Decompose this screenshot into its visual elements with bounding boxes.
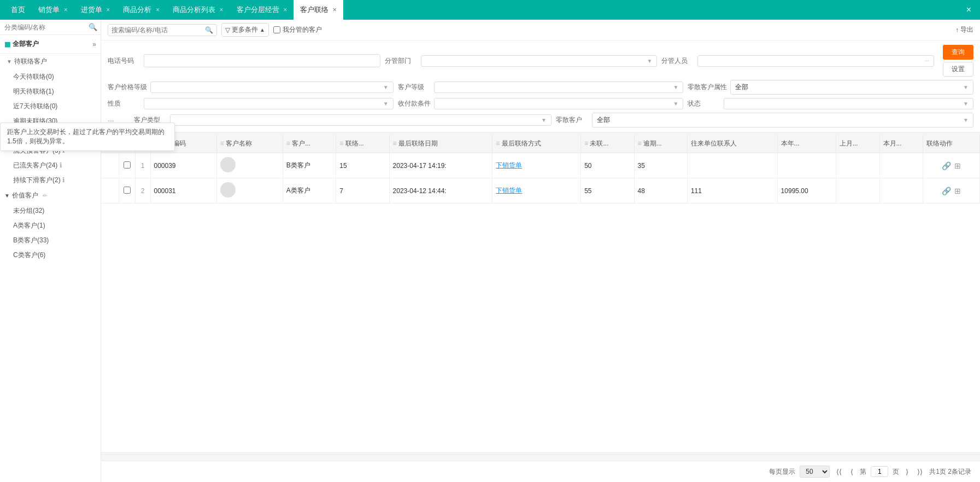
- edit-icon[interactable]: ✏: [43, 193, 47, 199]
- row2-checkbox[interactable]: [124, 187, 131, 194]
- sidebar-item-7days[interactable]: 近7天待联络(0): [0, 99, 101, 114]
- first-page-button[interactable]: ⟨⟨: [834, 467, 844, 477]
- close-window-button[interactable]: ×: [962, 5, 976, 15]
- filter-dept-select[interactable]: ▼: [421, 55, 658, 67]
- filter-retail-customer-label: 零散客户: [556, 115, 589, 125]
- sidebar-item-ungrouped[interactable]: 未分组(32): [0, 204, 101, 218]
- sidebar-header: ▦ 全部客户 »: [0, 35, 101, 54]
- sidebar-item-class-c[interactable]: C类客户(6): [0, 248, 101, 263]
- col-overdue: ≡ 逾期...: [634, 135, 687, 153]
- sidebar-group-pending[interactable]: ▼ 待联络客户: [0, 54, 101, 69]
- arrow-icon: ▼: [7, 59, 12, 65]
- nav-purchase[interactable]: 进货单 ×: [74, 0, 117, 20]
- filter-manager-label: 分管人员: [661, 56, 694, 66]
- nav-product-analysis-list[interactable]: 商品分析列表 ×: [166, 0, 230, 20]
- nav-product-analysis[interactable]: 商品分析 ×: [116, 0, 166, 20]
- sidebar-item-churned[interactable]: 已流失客户(24) ℹ: [0, 158, 101, 173]
- chevron-retail-customer-icon: ▼: [963, 117, 969, 123]
- filter-retail-attr: 零散客户属性 全部 ▼: [688, 80, 973, 95]
- tooltip-box: 距客户上次交易时长，超过了此客户的平均交易周期的1.5倍，则视为异常。: [0, 123, 175, 151]
- close-sales-tab[interactable]: ×: [64, 6, 68, 14]
- col-last-contact-date: ≡ 最后联络日期: [389, 135, 492, 153]
- row2-link-icon[interactable]: 🔗: [942, 187, 951, 195]
- nav-home[interactable]: 首页: [4, 0, 32, 20]
- filter-label: 更多条件: [232, 25, 258, 34]
- row1-grid-icon[interactable]: ⊞: [954, 161, 961, 170]
- filter-status-select[interactable]: ▼: [724, 98, 973, 109]
- filter-row-2: 客户价格等级 ▼ 客户等级 ▼ 零散客户属性 全部: [108, 80, 973, 95]
- grid-icon: ▦: [4, 40, 10, 48]
- top-navigation: 首页 销货单 × 进货单 × 商品分析 × 商品分析列表 × 客户分层经营 × …: [0, 0, 980, 20]
- row1-link-icon[interactable]: 🔗: [942, 161, 951, 170]
- filter-icon: ▽: [225, 26, 230, 34]
- nav-customer-contact[interactable]: 客户联络 ×: [294, 0, 343, 20]
- col-customer-name: ≡ 客户名称: [216, 135, 283, 153]
- filter-nature-select[interactable]: ▼: [144, 98, 394, 109]
- per-page-select[interactable]: 50 100: [800, 466, 830, 478]
- value-arrow-icon: ▼: [4, 193, 10, 199]
- sidebar-all-customers-label: 全部客户: [13, 39, 39, 49]
- next-page-button[interactable]: ⟩: [903, 467, 911, 477]
- row2-last-way-link[interactable]: 下销货单: [496, 187, 522, 194]
- more-filter-button[interactable]: ▽ 更多条件 ▲: [221, 23, 269, 37]
- filter-customer-grade-select[interactable]: ▼: [434, 82, 684, 93]
- row2-grid-icon[interactable]: ⊞: [954, 187, 961, 195]
- close-product-analysis-tab[interactable]: ×: [156, 6, 160, 14]
- filter-retail-attr-select[interactable]: 全部 ▼: [730, 80, 973, 95]
- nav-customer-layered[interactable]: 客户分层经营 ×: [230, 0, 294, 20]
- filter-manager-select[interactable]: ···: [697, 55, 934, 67]
- filter-actions-col1: 查询 设置: [943, 45, 973, 77]
- row1-contact: 15: [336, 153, 389, 178]
- sidebar-item-class-b[interactable]: B类客户(33): [0, 233, 101, 248]
- row2-code: 000031: [150, 178, 216, 204]
- filter-price-grade-select[interactable]: ▼: [150, 82, 394, 93]
- page-number-input[interactable]: [871, 466, 888, 477]
- prev-page-button[interactable]: ⟨: [848, 467, 855, 477]
- col-menu-icon-5: ≡: [393, 140, 397, 147]
- my-customer-checkbox[interactable]: [273, 26, 280, 33]
- sidebar-item-tomorrow[interactable]: 明天待联络(1): [0, 84, 101, 99]
- sidebar-value-section[interactable]: ▼ 价值客户 ✏: [0, 188, 101, 204]
- sidebar-search-input[interactable]: [4, 24, 86, 31]
- row1-checkbox[interactable]: [124, 161, 131, 169]
- last-page-button[interactable]: ⟩⟩: [915, 467, 925, 477]
- col-menu-icon-4: ≡: [339, 140, 343, 147]
- table-row: 2 000031 A类客户 7 2023-04-12 14:44: 下销货单 5…: [101, 178, 980, 204]
- close-product-list-tab[interactable]: ×: [220, 6, 224, 14]
- col-customer-type: ≡ 客户...: [283, 135, 336, 153]
- close-layered-tab[interactable]: ×: [283, 6, 287, 14]
- sidebar-item-declining[interactable]: 持续下滑客户(2) ℹ: [0, 173, 101, 188]
- export-button[interactable]: ↑ 导出: [955, 25, 973, 34]
- row1-settings: [101, 153, 119, 178]
- row2-overdue: 48: [634, 178, 687, 204]
- page-total: 共1页 2条记录: [929, 467, 971, 477]
- col-last-month: 上月...: [836, 135, 879, 153]
- export-label: 导出: [960, 25, 973, 34]
- close-contact-tab[interactable]: ×: [333, 6, 337, 14]
- sidebar-collapse-button[interactable]: »: [92, 40, 96, 48]
- query-button[interactable]: 查询: [943, 45, 973, 60]
- customer-table: ⚙ ≡ 客户编码 ≡ 客户名称 ≡ 客户...: [101, 135, 980, 204]
- row2-this-year: 10995.00: [777, 178, 836, 204]
- sidebar-item-class-a[interactable]: A类客户(1): [0, 218, 101, 233]
- settings-button[interactable]: 设置: [943, 62, 973, 77]
- filter-customer-type-select[interactable]: ▼: [170, 114, 551, 126]
- chevron-manager-icon: ···: [925, 58, 929, 64]
- filter-retail-customer-select[interactable]: 全部 ▼: [592, 113, 973, 127]
- row1-last-way-link[interactable]: 下销货单: [496, 161, 522, 169]
- sidebar-item-today[interactable]: 今天待联络(0): [0, 69, 101, 84]
- page-unit: 页: [893, 467, 899, 477]
- filter-phone-input[interactable]: [144, 54, 380, 67]
- toolbar-search-input[interactable]: [112, 26, 203, 34]
- nav-sales[interactable]: 销货单 ×: [32, 0, 74, 20]
- filter-phone-label: 电话号码: [108, 56, 140, 66]
- row2-contact: 7: [336, 178, 389, 204]
- filter-nature-label: 性质: [108, 99, 140, 108]
- row1-contacts: [687, 153, 777, 178]
- filter-phone: 电话号码: [108, 54, 380, 67]
- sidebar-tree: ▼ 待联络客户 今天待联络(0) 明天待联络(1) 近7天待联络(0) 逾期未联…: [0, 54, 101, 482]
- filter-payment-select[interactable]: ▼: [434, 98, 684, 109]
- col-this-month: 本月...: [879, 135, 923, 153]
- horizontal-scrollbar[interactable]: [101, 454, 980, 461]
- close-purchase-tab[interactable]: ×: [106, 6, 110, 14]
